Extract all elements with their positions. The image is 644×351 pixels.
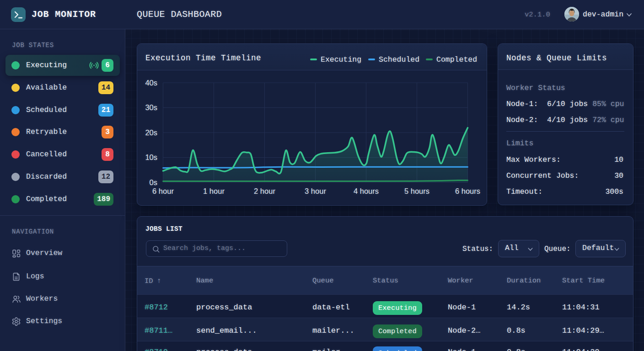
svg-text:0s: 0s <box>150 178 157 186</box>
svg-text:30s: 30s <box>145 103 157 112</box>
svg-text:40s: 40s <box>145 79 157 87</box>
svg-text:5 hours: 5 hours <box>404 187 429 195</box>
svg-text:6 hour: 6 hour <box>152 187 174 195</box>
svg-text:10s: 10s <box>145 153 157 161</box>
svg-text:20s: 20s <box>145 128 157 137</box>
svg-text:6 hours: 6 hours <box>455 187 480 195</box>
svg-text:4 hours: 4 hours <box>354 187 379 195</box>
svg-text:3 hour: 3 hour <box>305 187 326 195</box>
svg-text:2 hour: 2 hour <box>254 187 275 195</box>
svg-text:1 hour: 1 hour <box>203 187 225 195</box>
